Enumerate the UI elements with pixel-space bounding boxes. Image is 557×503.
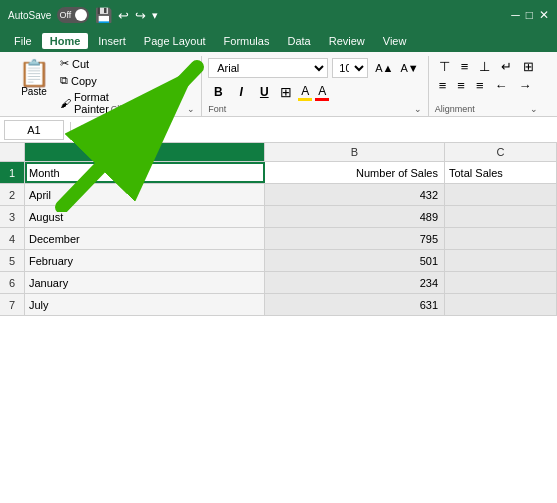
align-middle-button[interactable]: ≡ [457,58,473,75]
confirm-formula-button[interactable]: ✓ [94,122,109,137]
table-row: 5 February 501 [0,250,557,272]
bold-button[interactable]: B [208,82,228,102]
font-increase-button[interactable]: A▲ [372,61,396,75]
table-row: 1 Month Number of Sales Total Sales [0,162,557,184]
ribbon-font-group: Arial 10 A▲ A▼ B I U ⊞ A [202,56,428,116]
cell-a7[interactable]: July [25,294,265,315]
cell-b5[interactable]: 501 [265,250,445,271]
row-number-2[interactable]: 2 [0,184,25,205]
merge-button[interactable]: ⊞ [519,58,538,75]
underline-button[interactable]: U [254,82,274,102]
menu-formulas[interactable]: Formulas [216,33,278,49]
menu-bar: File Home Insert Page Layout Formulas Da… [0,30,557,52]
paste-button[interactable]: 📋 Paste [14,58,54,99]
align-right-button[interactable]: ≡ [472,77,488,94]
autosave-state: Off [59,10,71,20]
close-icon[interactable]: ✕ [539,8,549,22]
cut-label: Cut [72,58,89,70]
wrap-text-button[interactable]: ↵ [497,58,516,75]
font-family-select[interactable]: Arial [208,58,328,78]
cell-c2[interactable] [445,184,557,205]
menu-page-layout[interactable]: Page Layout [136,33,214,49]
row-number-5[interactable]: 5 [0,250,25,271]
align-center-button[interactable]: ≡ [453,77,469,94]
cell-b6[interactable]: 234 [265,272,445,293]
menu-insert[interactable]: Insert [90,33,134,49]
cell-c7[interactable] [445,294,557,315]
cell-a6[interactable]: January [25,272,265,293]
redo-icon[interactable]: ↪ [135,8,146,23]
cell-a4[interactable]: December [25,228,265,249]
menu-review[interactable]: Review [321,33,373,49]
autosave-knob [75,9,87,21]
row-number-6[interactable]: 6 [0,272,25,293]
formula-bar: ✕ ✓ fx [0,117,557,143]
col-header-b[interactable]: B [265,143,445,161]
clipboard-group-label: Clipboard [111,104,150,114]
autosave-label: AutoSave [8,10,51,21]
row-number-3[interactable]: 3 [0,206,25,227]
font-size-select[interactable]: 10 [332,58,368,78]
row-number-1[interactable]: 1 [0,162,25,183]
copy-button[interactable]: ⧉ Copy [58,73,111,88]
col-header-a[interactable]: A [25,143,265,161]
undo-icon[interactable]: ↩ [118,8,129,23]
cell-a1[interactable]: Month [25,162,265,183]
font-color-button[interactable]: A [315,84,329,101]
alignment-expand-icon[interactable]: ⌄ [530,104,538,114]
row-number-7[interactable]: 7 [0,294,25,315]
cell-b1[interactable]: Number of Sales [265,162,445,183]
menu-view[interactable]: View [375,33,415,49]
align-bottom-button[interactable]: ⊥ [475,58,494,75]
insert-function-button[interactable]: fx [111,122,125,137]
col-header-c[interactable]: C [445,143,557,161]
spreadsheet: A B C 1 Month Number of Sales Total Sale… [0,143,557,316]
cell-c6[interactable] [445,272,557,293]
maximize-icon[interactable]: □ [526,8,533,22]
format-painter-icon: 🖌 [60,97,71,109]
font-expand-icon[interactable]: ⌄ [414,104,422,114]
table-row: 3 August 489 [0,206,557,228]
cell-b3[interactable]: 489 [265,206,445,227]
cancel-formula-button[interactable]: ✕ [77,122,92,137]
border-button[interactable]: ⊞ [277,83,295,101]
autosave-toggle[interactable]: Off [57,7,89,23]
fill-color-button[interactable]: A [298,84,312,101]
increase-indent-button[interactable]: → [515,77,536,94]
clipboard-expand-icon[interactable]: ⌄ [187,104,195,114]
column-headers: A B C [0,143,557,162]
ribbon-alignment-group: ⊤ ≡ ⊥ ↵ ⊞ ≡ ≡ ≡ ← → Alignment ⌄ [429,56,545,116]
cut-button[interactable]: ✂ Cut [58,56,111,71]
name-box[interactable] [4,120,64,140]
align-left-button[interactable]: ≡ [435,77,451,94]
copy-icon: ⧉ [60,74,68,87]
minimize-icon[interactable]: ─ [511,8,520,22]
row-header-spacer [0,143,25,161]
fill-color-icon: A [301,84,309,98]
cell-c1[interactable]: Total Sales [445,162,557,183]
row-number-4[interactable]: 4 [0,228,25,249]
cell-b7[interactable]: 631 [265,294,445,315]
menu-file[interactable]: File [6,33,40,49]
ribbon-clipboard-group: 📋 Paste ✂ Cut ⧉ Copy 🖌 Format Painter [4,56,202,116]
format-painter-button[interactable]: 🖌 Format Painter [58,90,111,116]
decrease-indent-button[interactable]: ← [491,77,512,94]
align-top-button[interactable]: ⊤ [435,58,454,75]
menu-home[interactable]: Home [42,33,89,49]
customize-icon[interactable]: ▾ [152,9,158,22]
cell-c3[interactable] [445,206,557,227]
cell-a5[interactable]: February [25,250,265,271]
cell-c4[interactable] [445,228,557,249]
sheet-body: 1 Month Number of Sales Total Sales 2 Ap… [0,162,557,316]
cell-b4[interactable]: 795 [265,228,445,249]
save-icon[interactable]: 💾 [95,7,112,23]
menu-data[interactable]: Data [279,33,318,49]
italic-button[interactable]: I [231,82,251,102]
cell-a2[interactable]: April [25,184,265,205]
cell-c5[interactable] [445,250,557,271]
font-group-label: Font [208,104,226,114]
cell-a3[interactable]: August [25,206,265,227]
font-decrease-button[interactable]: A▼ [398,61,422,75]
cell-b2[interactable]: 432 [265,184,445,205]
formula-input[interactable] [129,120,553,140]
